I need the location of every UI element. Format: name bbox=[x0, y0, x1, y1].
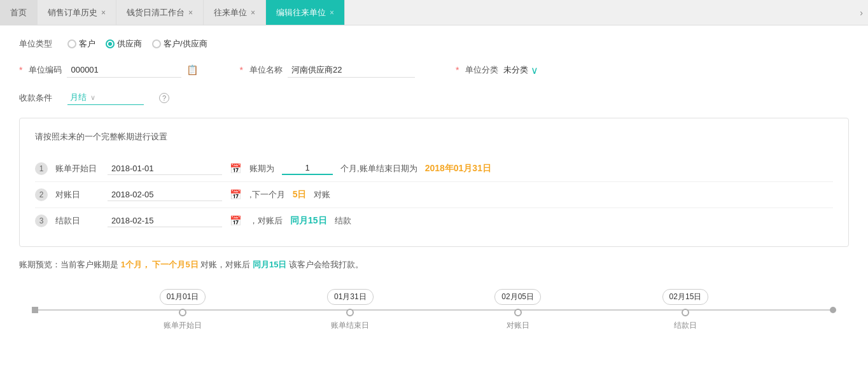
tab-cash-workbench[interactable]: 钱货日清工作台 × bbox=[116, 0, 204, 25]
tab-arrow[interactable]: › bbox=[855, 0, 868, 25]
close-icon[interactable]: × bbox=[330, 8, 334, 17]
calendar-icon[interactable]: 📅 bbox=[230, 215, 242, 227]
timeline-date-4: 02月15日 bbox=[662, 289, 709, 305]
unit-code-field: * 单位编码 📋 bbox=[19, 62, 199, 78]
period-reconcile-label: 对账日 bbox=[55, 189, 100, 201]
timeline-dot-2 bbox=[346, 309, 354, 316]
close-icon[interactable]: × bbox=[101, 8, 106, 17]
timeline-label-2: 账单结束日 bbox=[331, 320, 369, 331]
timeline-right-endpoint bbox=[830, 307, 836, 313]
period-payment-desc-suffix: 结款 bbox=[335, 215, 351, 227]
unit-type-row: 单位类型 客户 供应商 客户/供应商 bbox=[19, 38, 849, 50]
tab-edit-related-units-label: 编辑往来单位 bbox=[276, 7, 326, 18]
tab-home-label: 首页 bbox=[10, 7, 27, 18]
radio-both-circle bbox=[152, 39, 161, 48]
required-star: * bbox=[239, 65, 242, 75]
timeline-date-3: 02月05日 bbox=[494, 289, 541, 305]
timeline-label-4: 结款日 bbox=[674, 320, 697, 331]
period-num-input[interactable] bbox=[282, 162, 333, 175]
tab-related-units[interactable]: 往来单位 × bbox=[204, 0, 266, 25]
timeline-point-1: 01月01日 账单开始日 bbox=[160, 289, 206, 331]
period-reconcile-desc-prefix: ,下一个月 bbox=[249, 189, 285, 201]
preview-part3: 对账，对账后 bbox=[200, 260, 250, 269]
close-icon[interactable]: × bbox=[188, 8, 193, 17]
preview-part4: 同月15日 bbox=[253, 260, 286, 269]
period-payment-date-input[interactable] bbox=[108, 215, 222, 227]
period-num-2: 2 bbox=[35, 188, 48, 201]
unit-code-label: 单位编码 bbox=[29, 64, 62, 76]
period-start-desc-middle: 个月,账单结束日期为 bbox=[340, 163, 417, 174]
unit-name-label: 单位名称 bbox=[249, 64, 283, 76]
file-icon[interactable]: 📋 bbox=[186, 64, 199, 76]
timeline-left-endpoint bbox=[32, 307, 38, 313]
payment-terms-dropdown[interactable]: 月结 ∨ bbox=[67, 90, 144, 105]
chevron-down-icon: ∨ bbox=[90, 94, 95, 102]
payment-terms-label: 收款条件 bbox=[19, 92, 52, 104]
period-num-1: 1 bbox=[35, 162, 48, 175]
arrow-right-icon: › bbox=[860, 8, 863, 18]
timeline-container: 01月01日 账单开始日 01月31日 账单结束日 02月05日 对账日 bbox=[19, 285, 849, 335]
preview-part2: 下一个月5日 bbox=[152, 260, 198, 269]
payment-terms-value: 月结 bbox=[70, 92, 87, 103]
unit-name-field: * 单位名称 bbox=[239, 62, 414, 78]
period-row-3: 3 结款日 📅 ，对账后 同月15日 结款 bbox=[35, 208, 833, 234]
timeline-point-3: 02月05日 对账日 bbox=[494, 289, 541, 331]
calendar-icon[interactable]: 📅 bbox=[230, 163, 242, 174]
preview-part5: 该客户会给我打款。 bbox=[289, 260, 363, 269]
timeline-label-1: 账单开始日 bbox=[164, 320, 202, 331]
unit-name-input[interactable] bbox=[288, 62, 415, 78]
timeline-point-4: 02月15日 结款日 bbox=[662, 289, 709, 331]
tab-sales-history-label: 销售订单历史 bbox=[48, 7, 97, 18]
period-box: 请按照未来的一个完整帐期进行设置 1 账单开始日 📅 账期为 个月,账单结束日期… bbox=[19, 118, 849, 247]
chevron-down-icon: ∨ bbox=[531, 64, 538, 76]
period-start-date-input[interactable] bbox=[108, 162, 222, 175]
preview-part1: 1个月， bbox=[121, 260, 150, 269]
period-reconcile-highlight: 5日 bbox=[293, 189, 307, 201]
tab-edit-related-units[interactable]: 编辑往来单位 × bbox=[266, 0, 345, 25]
unit-category-field: * 单位分类 未分类 ∨ bbox=[456, 64, 580, 76]
preview-text: 账期预览：当前客户账期是 1个月， 下一个月5日 对账，对账后 同月15日 该客… bbox=[19, 257, 849, 272]
radio-supplier-circle bbox=[106, 39, 115, 48]
timeline-label-3: 对账日 bbox=[507, 320, 529, 331]
period-payment-label: 结款日 bbox=[55, 215, 100, 227]
timeline-date-2: 01月31日 bbox=[327, 289, 374, 305]
tab-cash-workbench-label: 钱货日清工作台 bbox=[127, 7, 185, 18]
radio-both-label: 客户/供应商 bbox=[164, 38, 207, 50]
unit-code-input[interactable] bbox=[67, 62, 181, 78]
unit-category-value: 未分类 bbox=[503, 64, 528, 76]
preview-label: 账期预览：当前客户账期是 bbox=[19, 260, 118, 269]
tab-sales-history[interactable]: 销售订单历史 × bbox=[38, 0, 116, 25]
timeline-dot-4 bbox=[682, 309, 689, 316]
unit-category-label: 单位分类 bbox=[465, 64, 498, 76]
close-icon[interactable]: × bbox=[251, 8, 255, 17]
help-icon[interactable]: ? bbox=[159, 93, 169, 103]
tab-home[interactable]: 首页 bbox=[0, 0, 38, 25]
radio-customer[interactable]: 客户 bbox=[67, 38, 95, 50]
period-num-3: 3 bbox=[35, 215, 48, 227]
timeline-point-2: 01月31日 账单结束日 bbox=[327, 289, 374, 331]
required-star: * bbox=[19, 65, 22, 75]
period-reconcile-desc-suffix: 对账 bbox=[314, 189, 330, 201]
period-payment-desc-prefix: ，对账后 bbox=[249, 215, 283, 227]
timeline-dot-3 bbox=[514, 309, 522, 316]
period-row-1: 1 账单开始日 📅 账期为 个月,账单结束日期为 2018年01月31日 bbox=[35, 155, 833, 182]
period-end-date-highlight: 2018年01月31日 bbox=[425, 163, 491, 174]
unit-type-label: 单位类型 bbox=[19, 38, 52, 50]
period-row-2: 2 对账日 📅 ,下一个月 5日 对账 bbox=[35, 182, 833, 208]
period-start-desc-prefix: 账期为 bbox=[249, 163, 274, 174]
radio-customer-circle bbox=[67, 39, 76, 48]
period-reconcile-date-input[interactable] bbox=[108, 188, 222, 201]
unit-category-dropdown[interactable]: 未分类 ∨ bbox=[503, 64, 580, 76]
radio-both[interactable]: 客户/供应商 bbox=[152, 38, 207, 50]
tab-bar: 首页 销售订单历史 × 钱货日清工作台 × 往来单位 × 编辑往来单位 × › bbox=[0, 0, 868, 25]
timeline-points: 01月01日 账单开始日 01月31日 账单结束日 02月05日 对账日 bbox=[32, 289, 836, 331]
tab-related-units-label: 往来单位 bbox=[214, 7, 247, 18]
radio-supplier[interactable]: 供应商 bbox=[106, 38, 142, 50]
timeline: 01月01日 账单开始日 01月31日 账单结束日 02月05日 对账日 bbox=[32, 285, 836, 335]
period-title: 请按照未来的一个完整帐期进行设置 bbox=[35, 131, 833, 143]
unit-type-radio-group: 客户 供应商 客户/供应商 bbox=[67, 38, 207, 50]
radio-supplier-label: 供应商 bbox=[117, 38, 142, 50]
timeline-dot-1 bbox=[179, 309, 186, 316]
calendar-icon[interactable]: 📅 bbox=[230, 189, 242, 201]
main-content: 单位类型 客户 供应商 客户/供应商 * 单位编码 📋 * 单位名称 bbox=[0, 25, 868, 387]
